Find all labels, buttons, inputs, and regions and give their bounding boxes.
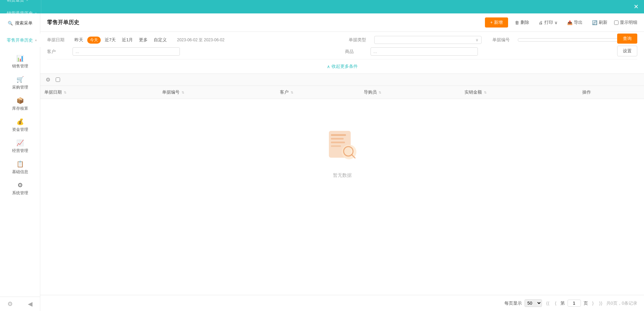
col-header-salesperson[interactable]: 导购员 ⇅ [360, 86, 460, 99]
refresh-icon: 🔄 [592, 20, 597, 25]
page-title: 零售开单历史 [47, 19, 79, 26]
date-btn-近1月[interactable]: 近1月 [120, 36, 135, 44]
sidebar: 🔍搜索采单⚡快捷导航📊销售管理🛒采购管理📦库存核算💰资金管理📈经营管理📋基础信息… [0, 13, 40, 311]
filter-row-2: 客户 ... 商品 ... [47, 47, 637, 56]
empty-illustration [322, 126, 362, 167]
print-icon: 🖨 [539, 20, 543, 25]
delete-icon: 🗑 [515, 20, 519, 25]
last-page-button[interactable]: ⟩⟩ [598, 300, 604, 307]
operations-label: 经营管理 [12, 148, 28, 154]
display-detail-input[interactable] [614, 20, 618, 25]
tab-close-sales-return-history[interactable]: × [35, 12, 37, 15]
delete-button[interactable]: 🗑 删除 [512, 18, 532, 27]
sidebar-menu: 🔍搜索采单⚡快捷导航📊销售管理🛒采购管理📦库存核算💰资金管理📈经营管理📋基础信息… [0, 13, 40, 297]
collapse-icon: ∧ [327, 64, 330, 69]
tab-sales-return[interactable]: 销货退货× [3, 0, 41, 7]
setting-button[interactable]: 设置 [617, 46, 637, 56]
prev-page-button[interactable]: ⟨ [553, 300, 558, 307]
top-bar-right: ✕ [631, 3, 641, 10]
finance-icon: 💰 [16, 118, 24, 125]
table-area: ⚙ 单据日期 ⇅单据编号 ⇅客户 ⇅导购员 ⇅实销金额 ⇅操作 [40, 74, 644, 295]
sales-icon: 📊 [16, 55, 24, 62]
query-button[interactable]: 查询 [617, 34, 637, 44]
sort-icon-customer: ⇅ [291, 91, 293, 94]
col-header-customer[interactable]: 客户 ⇅ [276, 86, 359, 99]
sidebar-item-purchase[interactable]: 🛒采购管理 [0, 72, 40, 94]
tab-retail-open-history[interactable]: 零售开单历史× [3, 34, 41, 47]
sidebar-item-base[interactable]: 📋基础信息 [0, 157, 40, 178]
tab-retail-open[interactable]: 零售开单× [3, 20, 41, 34]
export-button[interactable]: 📤 导出 [564, 18, 585, 27]
table-header: 单据日期 ⇅单据编号 ⇅客户 ⇅导购员 ⇅实销金额 ⇅操作 [40, 86, 644, 99]
sidebar-bottom: ⚙ ◀ [0, 297, 40, 311]
tab-sales-return-history[interactable]: 销货退货历史× [3, 7, 41, 20]
collapse-button[interactable]: ∧ 收起更多条件 [327, 63, 358, 69]
page-header: 零售开单历史 + 新增 🗑 删除 🖨 打印 ∨ 📤 导出 🔄 [40, 13, 644, 32]
col-header-number[interactable]: 单据编号 ⇅ [158, 86, 276, 99]
data-table: 单据日期 ⇅单据编号 ⇅客户 ⇅导购员 ⇅实销金额 ⇅操作 [40, 86, 644, 99]
tabs-container: 首页销售订单×销货退货×销货退货历史×零售开单×零售开单历史× [3, 0, 41, 47]
date-btn-昨天[interactable]: 昨天 [72, 36, 85, 44]
inventory-icon: 📦 [16, 97, 24, 104]
date-label: 单据日期 [47, 37, 67, 43]
window-close-icon[interactable]: ✕ [631, 3, 641, 10]
export-icon: 📤 [567, 20, 573, 25]
sales-label: 销售管理 [12, 63, 28, 69]
base-label: 基础信息 [12, 169, 28, 175]
date-btn-今天[interactable]: 今天 [87, 37, 101, 44]
empty-state: 暂无数据 [40, 99, 644, 205]
print-dropdown-icon[interactable]: ∨ [554, 20, 558, 25]
type-select[interactable]: ∨ [374, 36, 482, 44]
sidebar-settings-icon[interactable]: ⚙ [7, 300, 13, 308]
page-input[interactable]: 1 [567, 300, 581, 307]
customer-input[interactable]: ... [72, 47, 180, 56]
sidebar-item-finance[interactable]: 💰资金管理 [0, 115, 40, 136]
date-range: 2023-06-02 至 2023-06-02 [177, 37, 224, 43]
tab-close-retail-open-history[interactable]: × [35, 39, 37, 42]
next-page-button[interactable]: ⟩ [591, 300, 595, 307]
svg-rect-1 [331, 134, 346, 136]
main-layout: 🔍搜索采单⚡快捷导航📊销售管理🛒采购管理📦库存核算💰资金管理📈经营管理📋基础信息… [0, 13, 644, 311]
refresh-button[interactable]: 🔄 刷新 [589, 18, 610, 27]
sort-icon-amount: ⇅ [484, 91, 487, 94]
sidebar-item-system[interactable]: ⚙系统管理 [0, 178, 40, 199]
purchase-icon: 🛒 [16, 76, 24, 83]
sort-icon-salesperson: ⇅ [379, 91, 381, 94]
col-header-action: 操作 [578, 86, 644, 99]
date-btn-更多[interactable]: 更多 [137, 36, 150, 44]
total-info: 共0页，0条记录 [606, 300, 637, 306]
sidebar-collapse-icon[interactable]: ◀ [28, 300, 33, 308]
display-detail-checkbox[interactable]: 显示明细 [614, 19, 637, 25]
sidebar-item-operations[interactable]: 📈经营管理 [0, 136, 40, 157]
first-page-button[interactable]: ⟨⟨ [545, 300, 551, 307]
col-header-date[interactable]: 单据日期 ⇅ [40, 86, 158, 99]
empty-text: 暂无数据 [333, 172, 352, 178]
print-button[interactable]: 🖨 打印 ∨ [536, 18, 560, 27]
type-select-arrow: ∨ [476, 38, 479, 42]
top-bar: 首页销售订单×销货退货×销货退货历史×零售开单×零售开单历史× ✕ [0, 0, 644, 13]
type-label: 单据类型 [349, 37, 369, 43]
content-area: 零售开单历史 + 新增 🗑 删除 🖨 打印 ∨ 📤 导出 🔄 [40, 13, 644, 311]
sidebar-item-inventory[interactable]: 📦库存核算 [0, 94, 40, 115]
goods-input[interactable]: ... [370, 47, 478, 56]
date-btn-自定义[interactable]: 自定义 [152, 36, 169, 44]
header-actions: + 新增 🗑 删除 🖨 打印 ∨ 📤 导出 🔄 刷新 [485, 17, 637, 28]
add-button[interactable]: + 新增 [485, 17, 508, 28]
date-btn-近7天[interactable]: 近7天 [103, 36, 118, 44]
date-shortcuts: 昨天今天近7天近1月更多自定义 [72, 36, 169, 44]
tab-close-retail-open[interactable]: × [26, 25, 28, 29]
svg-rect-4 [331, 145, 341, 147]
system-label: 系统管理 [12, 190, 28, 196]
table-settings-icon[interactable]: ⚙ [46, 76, 50, 83]
col-header-amount[interactable]: 实销金额 ⇅ [460, 86, 578, 99]
system-icon: ⚙ [17, 182, 23, 189]
filter-area: 单据日期 昨天今天近7天近1月更多自定义 2023-06-02 至 2023-0… [40, 32, 644, 74]
goods-label: 商品 [345, 49, 365, 55]
sidebar-item-sales[interactable]: 📊销售管理 [0, 51, 40, 72]
customer-label: 客户 [47, 49, 67, 55]
tab-close-sales-return[interactable]: × [26, 0, 28, 2]
select-all-checkbox[interactable] [56, 77, 60, 82]
per-page-select[interactable]: 102050100 [525, 299, 542, 307]
purchase-label: 采购管理 [12, 85, 28, 90]
table-toolbar: ⚙ [40, 74, 644, 86]
